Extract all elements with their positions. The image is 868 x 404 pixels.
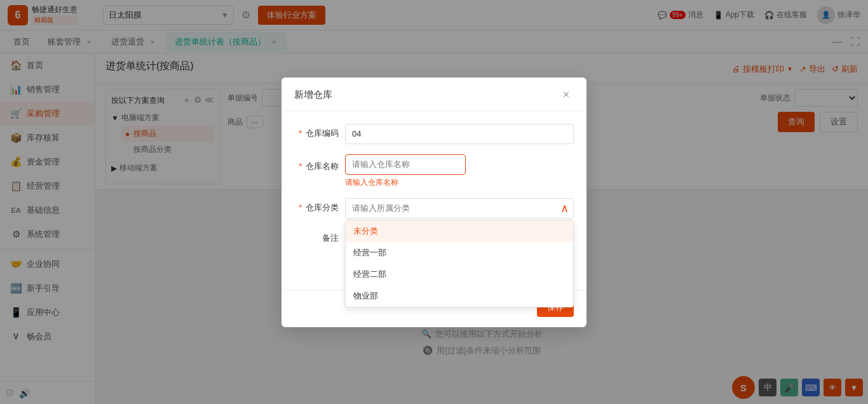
modal-overlay[interactable]: 新增仓库 × * 仓库编码 * 仓库名称 xyxy=(0,0,868,404)
label-name: * 仓库名称 xyxy=(294,157,339,172)
input-warehouse-code[interactable] xyxy=(345,124,574,144)
label-category: * 仓库分类 xyxy=(294,198,339,213)
modal-body: * 仓库编码 * 仓库名称 请输入仓库名称 xyxy=(281,111,587,290)
category-select-wrap: ∧ 未分类 经营一部 经营二部 物业部 xyxy=(345,198,574,219)
form-row-code: * 仓库编码 xyxy=(294,124,574,144)
modal-title: 新增仓库 xyxy=(294,89,332,101)
add-warehouse-modal: 新增仓库 × * 仓库编码 * 仓库名称 xyxy=(281,77,587,327)
dropdown-item-uncategorized[interactable]: 未分类 xyxy=(346,220,573,242)
input-warehouse-name[interactable] xyxy=(345,154,466,175)
modal-close-btn[interactable]: × xyxy=(559,88,574,103)
dropdown-item-dept2[interactable]: 经营二部 xyxy=(346,264,573,285)
dropdown-item-property[interactable]: 物业部 xyxy=(346,285,573,307)
label-code: * 仓库编码 xyxy=(294,124,339,139)
form-row-category: * 仓库分类 ∧ 未分类 经营一部 经营二部 物业部 xyxy=(294,198,574,219)
category-dropdown: 未分类 经营一部 经营二部 物业部 xyxy=(345,220,574,307)
form-row-name: * 仓库名称 请输入仓库名称 xyxy=(294,154,574,188)
dropdown-item-dept1[interactable]: 经营一部 xyxy=(346,242,573,264)
input-category[interactable] xyxy=(345,198,574,219)
modal-header: 新增仓库 × xyxy=(281,77,587,111)
name-error-msg: 请输入仓库名称 xyxy=(345,177,398,188)
label-notes: 备注 xyxy=(294,229,339,244)
